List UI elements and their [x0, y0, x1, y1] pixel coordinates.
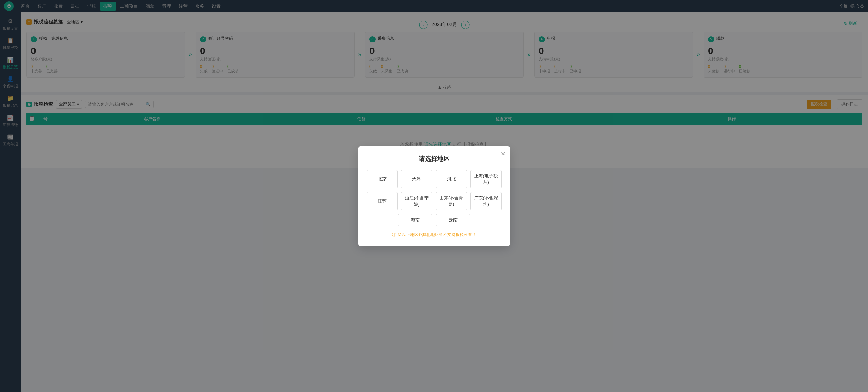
region-btn-shandong[interactable]: 山东(不含青岛) — [436, 192, 467, 210]
modal-close-button[interactable]: ✕ — [501, 151, 505, 157]
modal-warning: ⓘ 除以上地区外其他地区暂不支持报税检查！ — [367, 232, 502, 238]
region-grid-row1: 北京 天津 河北 上海(电子税局) — [367, 170, 502, 188]
warning-text: 除以上地区外其他地区暂不支持报税检查！ — [398, 232, 476, 238]
region-btn-tianjin[interactable]: 天津 — [401, 170, 432, 188]
region-btn-hebei[interactable]: 河北 — [436, 170, 467, 188]
region-grid-row3: 海南 云南 — [367, 214, 502, 226]
region-btn-hainan[interactable]: 海南 — [398, 214, 432, 226]
modal-title: 请选择地区 — [367, 155, 502, 163]
region-btn-jiangsu[interactable]: 江苏 — [367, 192, 398, 210]
modal-overlay[interactable]: ✕ 请选择地区 北京 天津 河北 上海(电子税局) 江苏 浙江(不含宁波) 山东… — [0, 0, 868, 392]
region-grid-row2: 江苏 浙江(不含宁波) 山东(不含青岛) 广东(不含深圳) — [367, 192, 502, 210]
region-btn-shanghai[interactable]: 上海(电子税局) — [470, 170, 502, 188]
warning-icon: ⓘ — [392, 232, 396, 238]
region-btn-guangdong[interactable]: 广东(不含深圳) — [470, 192, 502, 210]
region-btn-yunnan[interactable]: 云南 — [436, 214, 470, 226]
region-btn-zhejiang[interactable]: 浙江(不含宁波) — [401, 192, 432, 210]
region-modal: ✕ 请选择地区 北京 天津 河北 上海(电子税局) 江苏 浙江(不含宁波) 山东… — [358, 146, 510, 246]
region-btn-beijing[interactable]: 北京 — [367, 170, 398, 188]
